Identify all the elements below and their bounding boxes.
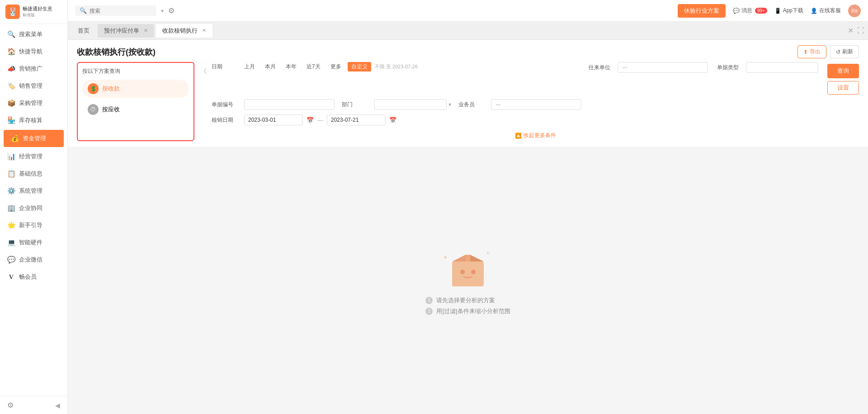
tab-bar-right: ✕ ⛶: [848, 26, 864, 35]
page-title: 收款核销执行(按收款): [77, 47, 156, 57]
empty-svg: ✦ ✦ ✦: [441, 246, 495, 291]
sidebar-item-purchase[interactable]: 📦 采购管理: [0, 95, 67, 112]
sidebar-item-inventory[interactable]: 🏪 库存核算: [0, 112, 67, 129]
doc-number-input[interactable]: [244, 99, 335, 110]
hardware-icon: 💻: [7, 238, 15, 247]
staff-label: 业务员: [458, 101, 484, 109]
calendar-end-icon[interactable]: 📅: [389, 117, 396, 124]
system-icon: ⚙️: [7, 187, 15, 195]
doc-type-select[interactable]: [746, 62, 818, 73]
filter-option-label: 按收款: [102, 85, 120, 93]
search-box[interactable]: 🔍: [75, 5, 156, 16]
tab-home[interactable]: 首页: [71, 24, 96, 38]
sidebar-item-label: 新手引导: [19, 221, 42, 229]
sidebar-item-wechat[interactable]: 💬 企业微信: [0, 251, 67, 268]
verify-date-end[interactable]: [327, 114, 386, 125]
topbar-gear-icon[interactable]: ⚙: [168, 6, 175, 15]
empty-state: ✦ ✦ ✦ 1 请先选择要分析的方案 2 用[过滤]条件来缩小分析范围: [425, 246, 510, 315]
sidebar-item-label: 企业微信: [19, 256, 42, 264]
refresh-icon: ↺: [836, 49, 840, 55]
svg-text:✦: ✦: [481, 263, 485, 267]
date-tab-this-month[interactable]: 本月: [261, 62, 279, 71]
doc-type-label: 单据类型: [717, 64, 742, 71]
filter-method-panel: 按以下方案查询 💲 按收款 ⏱ 按应收: [77, 62, 194, 141]
tab-close-icon[interactable]: ✕: [202, 28, 206, 33]
calendar-start-icon[interactable]: 📅: [307, 117, 314, 124]
sidebar-item-member[interactable]: V 畅会员: [0, 268, 67, 286]
sidebar-item-quick-nav[interactable]: 🏠 快捷导航: [0, 43, 67, 60]
sidebar-item-guide[interactable]: 🌟 新手引导: [0, 217, 67, 234]
sidebar-item-basic-info[interactable]: 📋 基础信息: [0, 165, 67, 182]
filter-collapse-btn[interactable]: 《: [199, 62, 208, 76]
date-tab-more[interactable]: 更多: [327, 62, 345, 71]
sidebar-item-label: 畅会员: [19, 273, 37, 281]
staff-input[interactable]: ···: [491, 99, 581, 110]
export-icon: ⬆: [803, 49, 808, 55]
member-icon: V: [7, 273, 15, 281]
sidebar-item-hardware[interactable]: 💻 智能硬件: [0, 234, 67, 251]
sidebar-collapse-btn[interactable]: ◀: [55, 402, 60, 409]
service-icon: 👤: [811, 8, 817, 14]
refresh-button[interactable]: ↺ 刷新: [830, 45, 859, 58]
sales-icon: 🏷️: [7, 82, 15, 90]
filter-fields: 日期 上月 本月 本年 近7天 更多 自定义 不限 至 2023-07-26 往…: [212, 62, 859, 141]
bottom-gear-icon[interactable]: ⚙: [7, 401, 14, 409]
sidebar-item-label: 采购管理: [19, 99, 42, 107]
chevron-down-icon[interactable]: ▾: [161, 8, 164, 14]
sidebar-item-label: 快捷导航: [19, 48, 42, 56]
tab-close-icon[interactable]: ✕: [144, 28, 148, 33]
search-input[interactable]: [90, 8, 144, 14]
verify-date-start[interactable]: [244, 114, 303, 125]
date-tab-this-year[interactable]: 本年: [282, 62, 300, 71]
empty-hint-2: 2 用[过滤]条件来缩小分析范围: [425, 307, 510, 315]
tab-expand-icon[interactable]: ⛶: [857, 27, 864, 35]
verify-date-label: 核销日期: [212, 116, 237, 124]
message-action[interactable]: 💬 消息 99+: [733, 7, 767, 14]
logo-icon: 🐰: [5, 5, 20, 19]
tab-bar: 首页 预付冲应付单 ✕ 收款核销执行 ✕ ✕ ⛶: [68, 22, 868, 40]
filter-row-3: 核销日期 📅 — 📅: [212, 114, 859, 125]
online-service-action[interactable]: 👤 在线客服: [811, 7, 841, 14]
page-header: 收款核销执行(按收款) ⬆ 导出 ↺ 刷新: [68, 40, 868, 62]
filter-option-by-receivable[interactable]: ⏱ 按应收: [82, 100, 189, 119]
logo-title: 畅捷通好生意: [23, 5, 52, 12]
date-tab-custom[interactable]: 自定义: [348, 62, 371, 71]
empty-hints: 1 请先选择要分析的方案 2 用[过滤]条件来缩小分析范围: [425, 296, 510, 315]
sidebar-item-label: 营销推广: [19, 65, 42, 73]
app-download-action[interactable]: 📱 App下载: [774, 7, 803, 14]
export-button[interactable]: ⬆ 导出: [797, 45, 826, 58]
filter-option-label: 按应收: [102, 105, 120, 114]
tab-close-all-icon[interactable]: ✕: [848, 26, 854, 35]
setting-button[interactable]: 设置: [827, 81, 859, 95]
content-body: ✦ ✦ ✦ 1 请先选择要分析的方案 2 用[过滤]条件来缩小分析范围: [68, 147, 868, 414]
tab-receipt-verify[interactable]: 收款核销执行 ✕: [156, 24, 212, 38]
dept-chevron-icon[interactable]: ▾: [448, 101, 451, 108]
sidebar-item-finance[interactable]: 💰 资金管理: [4, 130, 64, 147]
sidebar-item-search-menu[interactable]: 🔍 搜索菜单: [0, 26, 67, 43]
svg-point-3: [471, 270, 476, 274]
sidebar-item-sales[interactable]: 🏷️ 销售管理: [0, 77, 67, 95]
sidebar-item-operations[interactable]: 📊 经营管理: [0, 148, 67, 165]
operations-icon: 📊: [7, 152, 15, 161]
filter-option-by-receipt[interactable]: 💲 按收款: [82, 80, 189, 98]
counterpart-input[interactable]: ···: [618, 62, 708, 73]
collapse-more-btn[interactable]: 🔼 收起更多条件: [212, 130, 859, 141]
avatar[interactable]: Rit: [848, 5, 861, 17]
wechat-icon: 💬: [7, 256, 15, 264]
query-button[interactable]: 查询: [827, 64, 859, 78]
sidebar-item-enterprise[interactable]: 🏢 企业协同: [0, 200, 67, 217]
dept-label: 部门: [342, 101, 367, 109]
date-tab-last-7days[interactable]: 近7天: [303, 62, 324, 71]
query-btns: 查询 设置: [827, 64, 859, 95]
date-hint: 不限 至 2023-07-26: [375, 63, 418, 70]
dept-input[interactable]: [374, 99, 447, 110]
logo-badge: 标准版: [23, 12, 52, 18]
app-icon: 📱: [774, 8, 781, 14]
date-tab-last-month[interactable]: 上月: [241, 62, 259, 71]
sidebar-item-marketing[interactable]: 📣 营销推广: [0, 60, 67, 77]
sidebar-item-system[interactable]: ⚙️ 系统管理: [0, 182, 67, 200]
hint-2-text: 用[过滤]条件来缩小分析范围: [436, 307, 510, 315]
filter-row-2: 单据编号 部门 ▾ 业务员 ···: [212, 99, 859, 110]
tab-prepay[interactable]: 预付冲应付单 ✕: [98, 24, 154, 38]
industry-btn[interactable]: 休验行业方案: [678, 4, 726, 18]
